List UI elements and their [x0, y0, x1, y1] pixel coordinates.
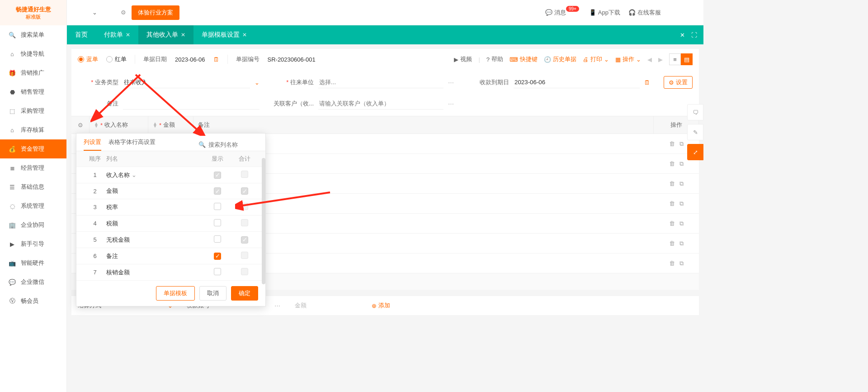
colpop-tab-font[interactable]: 表格字体行高设置	[108, 138, 156, 151]
duedate-input[interactable]	[514, 76, 640, 88]
delete-icon[interactable]: 🗑	[669, 180, 675, 187]
line-table: ⚙ ▲▼*收入名称 ▲▼*金额 备注 操作 🗑⧉🗑⧉🗑⧉🗑⧉🗑⧉🗑⧉🗑⧉ 小计 …	[71, 116, 699, 290]
relcust-input[interactable]	[318, 98, 443, 110]
template-button[interactable]: 单据模板	[156, 286, 195, 301]
checkbox[interactable]: ✓	[214, 187, 221, 195]
th-amount[interactable]: ▲▼*金额	[148, 116, 193, 134]
checkbox[interactable]: ✓	[241, 187, 248, 195]
sidebar-item[interactable]: ≣经营管理	[0, 158, 66, 177]
copy-icon[interactable]: ⧉	[679, 160, 684, 167]
close-icon[interactable]: ✕	[126, 32, 130, 38]
float-expand-icon[interactable]: ⤢	[687, 144, 703, 160]
close-icon[interactable]: ✕	[242, 32, 247, 38]
page-tab[interactable]: 单据模板设置✕	[193, 25, 255, 44]
float-edit-icon[interactable]: ✎	[687, 124, 703, 140]
checkbox[interactable]	[214, 219, 221, 226]
close-icon[interactable]: ✕	[181, 32, 185, 38]
sidebar-item[interactable]: Ⓥ畅会员	[0, 292, 66, 311]
delete-icon[interactable]: 🗑	[669, 140, 675, 148]
radio-blue[interactable]: 蓝单	[78, 55, 98, 63]
copy-icon[interactable]: ⧉	[679, 200, 684, 207]
delete-icon[interactable]: 🗑	[669, 260, 675, 267]
cancel-button[interactable]: 取消	[199, 286, 226, 301]
sidebar-item[interactable]: ⌂库存核算	[0, 120, 66, 139]
more-icon[interactable]: ⋯	[448, 79, 455, 86]
copy-icon[interactable]: ⧉	[679, 180, 684, 187]
copy-icon[interactable]: ⧉	[679, 260, 684, 267]
sidebar-item[interactable]: ⌂快捷导航	[0, 44, 66, 63]
nav-icon: ▶	[8, 241, 16, 248]
biztype-input[interactable]	[123, 76, 250, 88]
nav-label: 智能硬件	[21, 259, 44, 267]
delete-icon[interactable]: 🗑	[669, 220, 675, 227]
sidebar-item[interactable]: 🏢企业协同	[0, 215, 66, 234]
sidebar-item[interactable]: ▶新手引导	[0, 234, 66, 253]
checkbox[interactable]	[214, 235, 221, 243]
col-name: 核销金额	[106, 268, 204, 277]
colpop-search-input[interactable]	[208, 141, 258, 148]
scrollbar[interactable]	[262, 158, 265, 284]
remark-label: 备注	[78, 100, 118, 108]
copy-icon[interactable]: ⧉	[679, 240, 684, 247]
shortcut-button[interactable]: ⌨快捷键	[509, 55, 538, 63]
calendar-icon[interactable]: 🗓	[213, 56, 219, 63]
colpop-tab-columns[interactable]: 列设置	[84, 138, 101, 151]
th-name[interactable]: ▲▼*收入名称	[90, 116, 148, 134]
ok-button[interactable]: 确定	[231, 286, 258, 301]
ops-button[interactable]: ▦操作 ⌄	[615, 55, 641, 63]
view-list[interactable]: ≡	[669, 53, 681, 65]
print-button[interactable]: 🖨打印 ⌄	[583, 55, 609, 63]
view-card[interactable]: ▤	[681, 53, 693, 65]
sidebar-item[interactable]: ⬣销售管理	[0, 82, 66, 101]
tab-close-icon[interactable]: ✕	[680, 32, 685, 38]
sidebar-item[interactable]: 💰资金管理	[0, 139, 66, 158]
sidebar-item[interactable]: 🎁营销推广	[0, 63, 66, 82]
checkbox[interactable]: ✓	[214, 253, 221, 260]
sidebar-item[interactable]: ☰基础信息	[0, 177, 66, 196]
more-icon[interactable]: ⋯	[274, 302, 281, 309]
sidebar-item[interactable]: 📺智能硬件	[0, 253, 66, 272]
video-button[interactable]: ▶视频	[454, 55, 472, 63]
industry-plan-button[interactable]: 体验行业方案	[132, 5, 179, 20]
column-settings-button[interactable]: ⚙	[71, 116, 90, 134]
delete-icon[interactable]: 🗑	[669, 200, 675, 207]
tab-expand-icon[interactable]: ⛶	[691, 32, 697, 38]
next-button[interactable]: ▶	[658, 56, 663, 63]
checkbox[interactable]	[214, 268, 221, 275]
settings-button[interactable]: ⚙设置	[664, 76, 693, 89]
add-button[interactable]: ⊕添加	[372, 301, 390, 310]
sidebar-item[interactable]: ⬚采购管理	[0, 101, 66, 120]
colpop-row: 3税率	[76, 199, 265, 215]
app-download-button[interactable]: 📱 App下载	[589, 9, 620, 17]
online-service-button[interactable]: 🎧 在线客服	[628, 9, 661, 17]
checkbox-disabled	[241, 252, 248, 259]
prev-button[interactable]: ◀	[647, 56, 652, 63]
page-tab[interactable]: 付款单✕	[96, 25, 138, 44]
checkbox[interactable]: ✓	[241, 236, 248, 244]
doc-date-value[interactable]: 2023-06-06	[175, 56, 205, 63]
float-note-icon[interactable]: 🗨	[687, 104, 703, 120]
help-button[interactable]: ?帮助	[486, 55, 503, 63]
checkbox[interactable]	[214, 203, 221, 210]
chevron-down-icon[interactable]: ⌄	[255, 79, 259, 86]
sidebar-item[interactable]: 🔍搜索菜单	[0, 25, 66, 44]
checkbox[interactable]: ✓	[214, 172, 221, 179]
page-tab[interactable]: 其他收入单✕	[138, 25, 193, 44]
radio-red[interactable]: 红单	[106, 55, 127, 63]
cust-input[interactable]	[318, 76, 443, 88]
gear-icon[interactable]: ⚙	[121, 9, 126, 16]
messages-button[interactable]: 💬 消息 99+	[545, 9, 581, 17]
more-icon[interactable]: ⋯	[448, 100, 455, 107]
delete-icon[interactable]: 🗑	[669, 240, 675, 247]
nav-icon: 🎁	[8, 70, 16, 76]
org-selector[interactable]: ⌄	[74, 9, 115, 16]
sidebar-item[interactable]: ◌系统管理	[0, 196, 66, 215]
history-button[interactable]: 🕘历史单据	[544, 55, 576, 63]
calendar-icon[interactable]: 🗓	[644, 79, 650, 86]
delete-icon[interactable]: 🗑	[669, 160, 675, 167]
remark-input[interactable]	[123, 98, 259, 110]
page-tab[interactable]: 首页	[67, 25, 96, 44]
copy-icon[interactable]: ⧉	[679, 140, 684, 148]
copy-icon[interactable]: ⧉	[679, 220, 684, 227]
sidebar-item[interactable]: 💬企业微信	[0, 272, 66, 292]
